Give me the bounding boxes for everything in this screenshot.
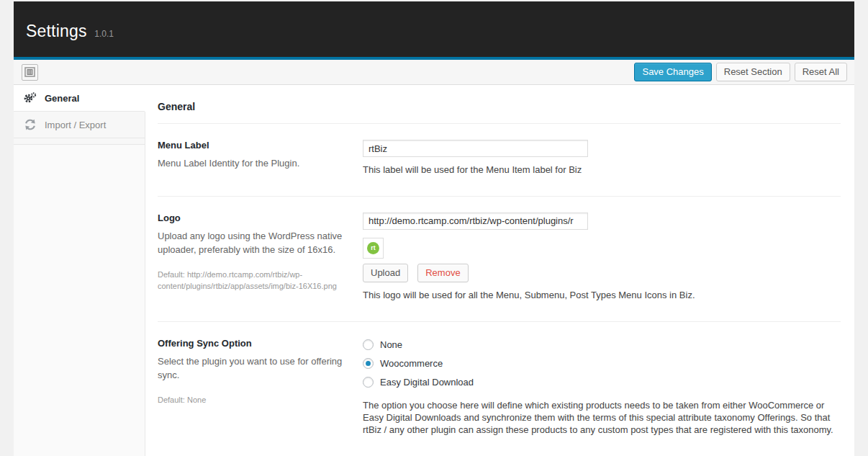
- upload-button[interactable]: Upload: [363, 264, 408, 282]
- settings-panel: Settings 1.0.1 Save Changes Reset Sectio…: [14, 1, 854, 456]
- section-heading: General: [158, 96, 841, 124]
- logo-preview: rt: [363, 238, 384, 259]
- logo-url-input[interactable]: [363, 213, 588, 230]
- sidebar-item-label: General: [45, 93, 79, 104]
- remove-button[interactable]: Remove: [417, 264, 468, 282]
- default-value-note: Default: http://demo.rtcamp.com/rtbiz/wp…: [158, 269, 354, 292]
- sidebar: General Import / Export: [14, 85, 145, 456]
- sidebar-filler: [14, 138, 145, 145]
- toolbar: Save Changes Reset Section Reset All: [14, 60, 854, 85]
- field-label: Offering Sync Option: [158, 338, 354, 349]
- field-row-logo: Logo Upload any logo using the WordPress…: [158, 197, 841, 322]
- main-area: General Import / Export: [14, 85, 854, 456]
- reset-all-button[interactable]: Reset All: [795, 63, 847, 81]
- save-changes-button[interactable]: Save Changes: [634, 63, 711, 81]
- panel-header: Settings 1.0.1: [14, 1, 854, 60]
- panel-layout-icon: [24, 67, 35, 77]
- field-help-text: The option you choose here will define w…: [363, 399, 838, 436]
- rtbiz-logo-icon: rt: [367, 242, 379, 254]
- field-row-offering-sync: Offering Sync Option Select the plugin y…: [158, 322, 841, 455]
- sidebar-item-label: Import / Export: [45, 120, 106, 130]
- field-description: Upload any logo using the WordPress nati…: [158, 229, 354, 257]
- field-help-text: This logo will be used for all the Menu,…: [363, 289, 838, 303]
- radio-button-checked-icon[interactable]: [363, 358, 374, 369]
- field-row-menu-label: Menu Label Menu Label Identity for the P…: [158, 124, 841, 197]
- reset-section-button[interactable]: Reset Section: [716, 63, 790, 81]
- field-label-column: Logo Upload any logo using the WordPress…: [158, 213, 363, 303]
- radio-option-easy-digital-download[interactable]: Easy Digital Download: [363, 377, 838, 388]
- field-input-column: This label will be used for the Menu Ite…: [363, 140, 838, 177]
- field-label: Logo: [158, 213, 354, 223]
- radio-button-icon[interactable]: [363, 377, 374, 388]
- sync-icon: [24, 119, 37, 130]
- sidebar-item-import-export[interactable]: Import / Export: [14, 112, 145, 138]
- panel-toggle-button[interactable]: [22, 64, 38, 81]
- radio-option-woocommerce[interactable]: Woocommerce: [363, 358, 838, 369]
- radio-option-label: None: [380, 339, 402, 350]
- field-description: Select the plugin you want to use for of…: [158, 354, 354, 383]
- content-panel: General Menu Label Menu Label Identity f…: [145, 85, 854, 456]
- field-label: Menu Label: [158, 140, 354, 151]
- field-label-column: Menu Label Menu Label Identity for the P…: [158, 140, 363, 177]
- radio-option-none[interactable]: None: [363, 339, 838, 350]
- field-description: Menu Label Identity for the Plugin.: [158, 156, 354, 171]
- page-title: Settings: [26, 22, 87, 40]
- default-value-note: Default: None: [158, 394, 354, 406]
- menu-label-input[interactable]: [363, 140, 588, 157]
- radio-option-label: Easy Digital Download: [380, 377, 474, 388]
- version-label: 1.0.1: [94, 29, 114, 39]
- media-buttons: Upload Remove: [363, 264, 838, 282]
- sidebar-item-general[interactable]: General: [14, 85, 145, 112]
- radio-option-label: Woocommerce: [380, 358, 443, 369]
- cogs-icon: [24, 92, 37, 104]
- radio-button-icon[interactable]: [363, 339, 374, 350]
- field-input-column: None Woocommerce Easy Digital Download T…: [363, 338, 838, 436]
- offering-sync-radio-group: None Woocommerce Easy Digital Download: [363, 339, 838, 388]
- field-label-column: Offering Sync Option Select the plugin y…: [158, 338, 363, 436]
- field-input-column: rt Upload Remove This logo will be used …: [363, 213, 838, 303]
- field-help-text: This label will be used for the Menu Ite…: [363, 164, 838, 177]
